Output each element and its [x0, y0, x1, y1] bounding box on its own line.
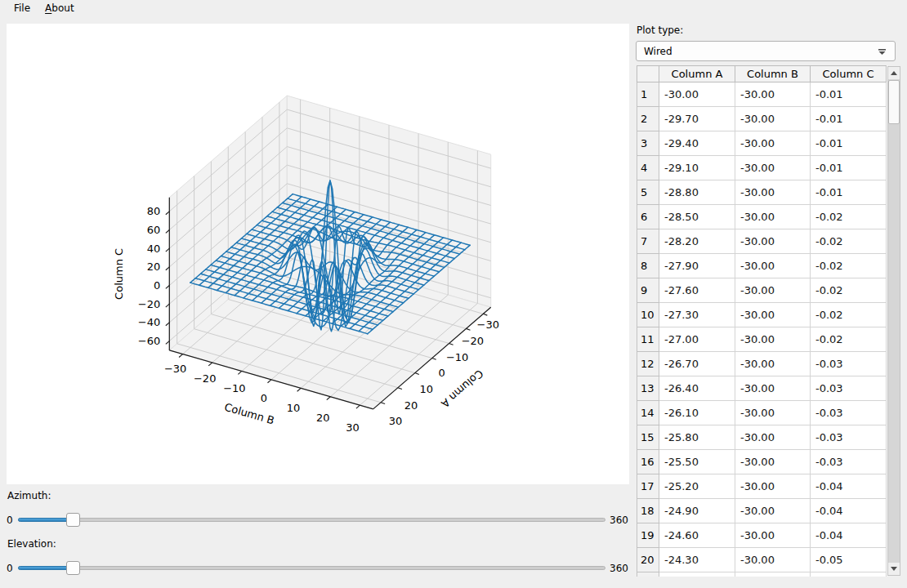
azimuth-slider[interactable]	[18, 513, 605, 527]
table-row[interactable]: 2-29.70-30.00-0.01	[637, 107, 887, 131]
svg-text:30: 30	[389, 415, 403, 427]
column-header-column-b[interactable]: Column B	[735, 66, 811, 82]
svg-text:20: 20	[147, 261, 161, 273]
data-table: Column AColumn BColumn C 1-30.00-30.00-0…	[637, 65, 887, 577]
plot-type-combobox[interactable]: Wired	[636, 41, 896, 61]
table-row[interactable]: 13-26.40-30.00-0.03	[637, 376, 887, 401]
svg-text:−20: −20	[138, 298, 160, 310]
arrow-down-icon	[891, 567, 897, 571]
plot-type-label: Plot type:	[637, 24, 683, 36]
elevation-slider-track[interactable]	[18, 566, 605, 570]
svg-text:0: 0	[154, 279, 160, 292]
table-row[interactable]: 19-24.60-30.00-0.04	[637, 523, 887, 548]
scrollbar-thumb[interactable]	[888, 80, 900, 124]
menu-item-file[interactable]: File	[7, 1, 38, 16]
table-row[interactable]: 5-28.80-30.00-0.01	[637, 180, 887, 205]
table-row[interactable]: 16-25.50-30.00-0.03	[637, 450, 887, 474]
table-scrollbar[interactable]	[887, 66, 900, 576]
svg-text:−30: −30	[477, 318, 499, 331]
svg-text:−30: −30	[164, 363, 186, 375]
table-header-corner[interactable]	[637, 66, 659, 82]
table-row[interactable]: 12-26.70-30.00-0.03	[637, 352, 887, 376]
table-row[interactable]: 9-27.60-30.00-0.02	[637, 278, 887, 303]
azimuth-label: Azimuth:	[7, 490, 51, 501]
elevation-min-label: 0	[7, 563, 13, 574]
arrow-up-icon	[891, 71, 897, 75]
table-header-row[interactable]: Column AColumn BColumn C	[637, 66, 887, 82]
svg-text:0: 0	[439, 367, 445, 379]
svg-text:Column C: Column C	[113, 248, 125, 300]
column-header-column-c[interactable]: Column C	[811, 66, 887, 82]
plot-figure[interactable]: −60−40−20020406080−30−20−100102030−30−20…	[7, 24, 629, 484]
elevation-max-label: 360	[610, 563, 628, 574]
svg-text:−20: −20	[462, 335, 484, 347]
azimuth-max-label: 360	[610, 514, 628, 526]
combobox-dropdown-icon	[878, 48, 887, 56]
table-row[interactable]: 8-27.90-30.00-0.02	[637, 254, 887, 278]
table-row[interactable]: 1-30.00-30.00-0.01	[637, 82, 887, 107]
plot-3d-canvas[interactable]: −60−40−20020406080−30−20−100102030−30−20…	[7, 24, 629, 484]
menu-item-about[interactable]: About	[38, 1, 82, 16]
svg-text:80: 80	[147, 205, 161, 217]
table-row[interactable]: 4-29.10-30.00-0.01	[637, 156, 887, 180]
svg-text:−20: −20	[194, 372, 216, 385]
table-row[interactable]: 14-26.10-30.00-0.03	[637, 401, 887, 425]
table-row[interactable]: 7-28.20-30.00-0.02	[637, 229, 887, 254]
table-row[interactable]	[637, 572, 887, 577]
svg-text:30: 30	[346, 421, 360, 434]
table-row[interactable]: 10-27.30-30.00-0.02	[637, 303, 887, 327]
svg-text:−10: −10	[223, 382, 245, 394]
azimuth-slider-fill	[18, 518, 74, 522]
table-row[interactable]: 20-24.30-30.00-0.05	[637, 548, 887, 572]
svg-text:Column B: Column B	[223, 401, 276, 427]
data-table-body: 1-30.00-30.00-0.012-29.70-30.00-0.013-29…	[637, 82, 887, 577]
menubar: FileAbout	[0, 0, 907, 17]
svg-text:60: 60	[147, 224, 161, 236]
plot-type-value: Wired	[644, 46, 672, 57]
svg-text:10: 10	[420, 383, 434, 395]
scrollbar-up-button[interactable]	[888, 67, 900, 79]
svg-text:0: 0	[261, 392, 267, 404]
table-row[interactable]: 11-27.00-30.00-0.02	[637, 327, 887, 352]
svg-text:20: 20	[316, 412, 330, 424]
elevation-label: Elevation:	[7, 538, 56, 550]
svg-text:10: 10	[287, 402, 301, 414]
svg-text:Column A: Column A	[439, 368, 485, 411]
elevation-slider[interactable]	[18, 561, 605, 575]
column-header-column-a[interactable]: Column A	[659, 66, 735, 82]
azimuth-slider-handle[interactable]	[66, 513, 80, 527]
svg-text:−40: −40	[138, 316, 160, 328]
table-row[interactable]: 3-29.40-30.00-0.01	[637, 131, 887, 156]
scrollbar-down-button[interactable]	[888, 563, 900, 575]
svg-text:20: 20	[404, 399, 418, 412]
table-row[interactable]: 15-25.80-30.00-0.03	[637, 425, 887, 450]
table-row[interactable]: 18-24.90-30.00-0.04	[637, 499, 887, 523]
svg-text:40: 40	[147, 243, 161, 255]
svg-text:−10: −10	[446, 351, 468, 363]
table-row[interactable]: 6-28.50-30.00-0.02	[637, 205, 887, 229]
azimuth-min-label: 0	[7, 514, 13, 526]
elevation-slider-fill	[18, 566, 74, 570]
elevation-slider-handle[interactable]	[66, 561, 80, 575]
azimuth-slider-track[interactable]	[18, 518, 605, 522]
table-row[interactable]: 17-25.20-30.00-0.04	[637, 474, 887, 499]
svg-text:−60: −60	[138, 335, 160, 347]
